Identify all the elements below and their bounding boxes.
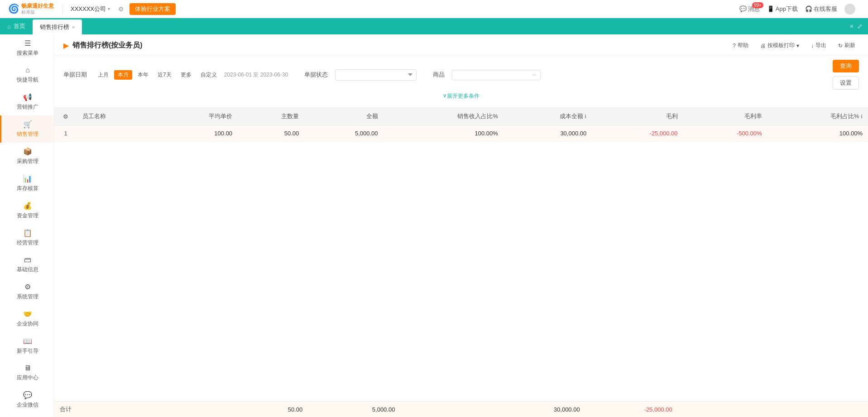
system-icon: ⚙ xyxy=(24,283,31,291)
th-sales-pct: 销售收入占比% xyxy=(384,108,504,125)
avatar[interactable] xyxy=(844,4,855,14)
wechat-icon: 💬 xyxy=(23,391,32,399)
trial-button[interactable]: 体验行业方案 xyxy=(129,3,176,15)
sidebar-label-system: 系统管理 xyxy=(17,293,38,301)
date-label: 单据日期 xyxy=(63,71,87,79)
status-selector-wrapper xyxy=(335,69,417,81)
page-title: 销售排行榜(按业务员) xyxy=(72,41,143,50)
inventory-icon: 📊 xyxy=(23,174,32,183)
table-row: 1 100.00 50.00 5,000.00 100.00% 30,000.0… xyxy=(54,125,868,142)
footer-gross: -25,000.00 xyxy=(585,406,678,413)
goods-input-wrapper[interactable]: ··· xyxy=(452,70,541,80)
back-arrow-icon[interactable]: ▶ xyxy=(63,41,69,50)
help-icon: ? xyxy=(733,43,736,49)
date-tab-last-month[interactable]: 上月 xyxy=(94,70,112,80)
cell-name xyxy=(77,125,158,142)
help-button[interactable]: ? 帮助 xyxy=(729,40,752,51)
th-settings[interactable]: ⚙ xyxy=(54,108,77,125)
tab-sales-ranking[interactable]: 销售排行榜 × xyxy=(33,19,82,34)
filter-row-1: 单据日期 上月 本月 本年 近7天 更多 自定义 2023-06-01 至 20… xyxy=(63,60,859,90)
message-button[interactable]: 💬 消息 99+ xyxy=(739,5,760,13)
th-cost: 成本全额 ℹ xyxy=(504,108,592,125)
sidebar-item-cooperation[interactable]: 🤝 企业协同 xyxy=(0,305,54,332)
tab-home[interactable]: ⌂ 首页 xyxy=(0,18,33,34)
th-name: 员工名称 xyxy=(77,108,158,125)
footer-total-label: 合计 xyxy=(60,405,82,413)
export-button[interactable]: ↓ 导出 xyxy=(807,40,830,51)
table-container: ⚙ 员工名称 平均单价 主数量 全额 销售收入占比% 成本全额 ℹ 毛利 毛利率… xyxy=(54,108,868,401)
th-quantity: 主数量 xyxy=(238,108,304,125)
sidebar-label-guide: 新手引导 xyxy=(17,347,38,355)
tab-bar: ⌂ 首页 销售排行榜 × × ⤢ xyxy=(0,18,868,34)
finance-icon: 💰 xyxy=(23,201,32,210)
sidebar-label-purchase: 采购管理 xyxy=(17,158,38,165)
sidebar-item-purchase[interactable]: 📦 采购管理 xyxy=(0,143,54,170)
sidebar-item-wechat[interactable]: 💬 企业微信 xyxy=(0,386,54,413)
cell-avg-price: 100.00 xyxy=(158,125,238,142)
goods-label: 商品 xyxy=(433,71,445,79)
date-tab-this-year[interactable]: 本年 xyxy=(134,70,152,80)
sidebar-item-marketing[interactable]: 📢 营销推广 xyxy=(0,88,54,115)
sidebar-item-operations[interactable]: 📋 经营管理 xyxy=(0,224,54,251)
cost-info-icon[interactable]: ℹ xyxy=(585,114,586,119)
logo-text-group: 畅康通好生意 标准版 xyxy=(21,3,54,14)
date-tab-more[interactable]: 更多 xyxy=(177,70,195,80)
refresh-button[interactable]: ↻ 刷新 xyxy=(834,40,859,51)
page-header: ▶ 销售排行榜(按业务员) ? 帮助 🖨 按模板打印 ▾ ↓ 导出 xyxy=(54,34,868,55)
sidebar-label-shortcuts: 快捷导航 xyxy=(17,76,38,84)
status-select[interactable] xyxy=(335,69,417,81)
home-nav-icon: ⌂ xyxy=(25,66,30,74)
sidebar-item-search[interactable]: ☰ 搜索菜单 xyxy=(0,34,54,62)
tab-bar-right: × ⤢ xyxy=(844,18,868,34)
footer-cells: 50.00 5,000.00 30,000.00 -25,000.00 xyxy=(82,406,863,413)
print-button[interactable]: 🖨 按模板打印 ▾ xyxy=(757,40,803,51)
th-gross-rate: 毛利率 xyxy=(683,108,767,125)
sidebar-label-apps: 应用中心 xyxy=(17,374,38,382)
date-tab-this-month[interactable]: 本月 xyxy=(114,70,132,80)
app-download-button[interactable]: 📱 App下载 xyxy=(767,5,798,13)
export-icon: ↓ xyxy=(811,43,814,49)
online-service-button[interactable]: 🎧 在线客服 xyxy=(805,5,837,13)
close-window-icon[interactable]: × xyxy=(850,23,854,30)
sidebar-label-inventory: 库存核算 xyxy=(17,185,38,192)
sidebar-item-system[interactable]: ⚙ 系统管理 xyxy=(0,278,54,305)
goods-input[interactable] xyxy=(456,72,532,78)
company-name[interactable]: XXXXXX公司 ▾ xyxy=(68,4,113,14)
cell-gross-pct: 100.00% xyxy=(767,125,868,142)
sidebar-item-member[interactable]: V 畅会员 xyxy=(0,413,54,417)
expand-chevron-icon: ∨ xyxy=(443,92,447,100)
header-right: 💬 消息 99+ 📱 App下载 🎧 在线客服 xyxy=(739,4,863,14)
sidebar-item-basics[interactable]: 🗃 基础信息 xyxy=(0,251,54,278)
gross-pct-info-icon[interactable]: ℹ xyxy=(861,114,863,119)
content-area: ▶ 销售排行榜(按业务员) ? 帮助 🖨 按模板打印 ▾ ↓ 导出 xyxy=(54,34,868,417)
th-gross: 毛利 xyxy=(592,108,683,125)
sales-icon: 🛒 xyxy=(23,120,32,129)
table-header: ⚙ 员工名称 平均单价 主数量 全额 销售收入占比% 成本全额 ℹ 毛利 毛利率… xyxy=(54,108,868,125)
date-tab-custom[interactable]: 自定义 xyxy=(197,70,221,80)
date-tab-7days[interactable]: 近7天 xyxy=(154,70,175,80)
query-actions: 查询 设置 xyxy=(833,60,859,90)
logo-title: 畅康通好生意 xyxy=(21,3,54,9)
expand-conditions-row[interactable]: ∨ 展开更多条件 xyxy=(63,90,859,103)
sidebar-item-apps[interactable]: 🖥 应用中心 xyxy=(0,359,54,386)
maximize-icon[interactable]: ⤢ xyxy=(857,23,863,30)
sidebar-item-shortcuts[interactable]: ⌂ 快捷导航 xyxy=(0,62,54,88)
sidebar-item-finance[interactable]: 💰 资金管理 xyxy=(0,197,54,224)
settings-button[interactable]: 设置 xyxy=(833,76,859,90)
th-avg-price: 平均单价 xyxy=(158,108,238,125)
company-settings-icon[interactable]: ⚙ xyxy=(118,5,124,13)
sidebar-label-sales: 销售管理 xyxy=(17,130,38,138)
company-selector[interactable]: 🌀 畅康通好生意 标准版 xyxy=(5,2,57,15)
sidebar-item-guide[interactable]: 📖 新手引导 xyxy=(0,332,54,359)
goods-more-icon[interactable]: ··· xyxy=(532,72,537,78)
headset-icon: 🎧 xyxy=(805,5,812,12)
top-header: 🌀 畅康通好生意 标准版 XXXXXX公司 ▾ ⚙ 体验行业方案 💬 消息 99… xyxy=(0,0,868,18)
sidebar-item-sales[interactable]: 🛒 销售管理 xyxy=(0,115,54,143)
query-button[interactable]: 查询 xyxy=(833,60,859,72)
sidebar: ☰ 搜索菜单 ⌂ 快捷导航 📢 营销推广 🛒 销售管理 📦 采购管理 📊 库存核… xyxy=(0,34,54,417)
tab-close-icon[interactable]: × xyxy=(72,24,75,30)
guide-icon: 📖 xyxy=(23,337,32,345)
main-layout: ☰ 搜索菜单 ⌂ 快捷导航 📢 营销推广 🛒 销售管理 📦 采购管理 📊 库存核… xyxy=(0,34,868,417)
basics-icon: 🗃 xyxy=(24,256,31,264)
sidebar-item-inventory[interactable]: 📊 库存核算 xyxy=(0,170,54,197)
